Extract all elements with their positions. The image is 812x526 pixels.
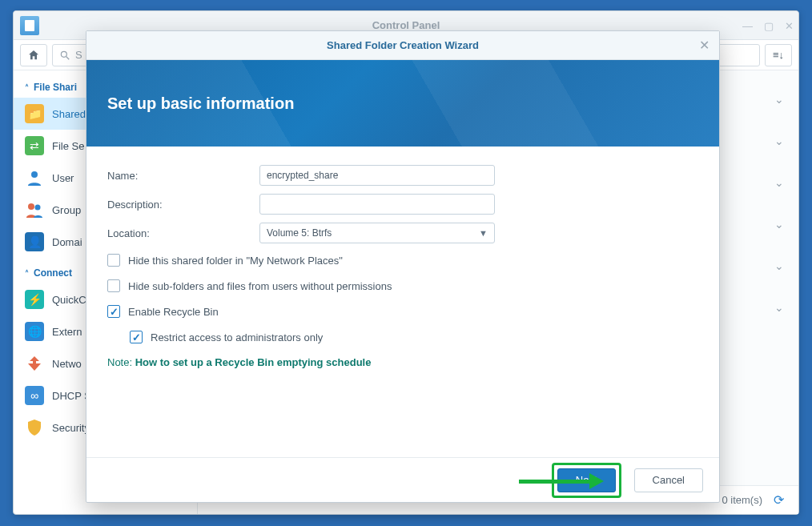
item-count: 0 item(s) [722, 494, 762, 506]
description-label: Description: [107, 199, 259, 211]
hide-subfolders-label: Hide sub-folders and files from users wi… [128, 280, 392, 292]
user-icon [25, 168, 44, 187]
search-icon [59, 50, 70, 61]
name-label: Name: [107, 170, 259, 182]
maximize-icon[interactable]: ▢ [764, 20, 774, 32]
caret-up-icon: ˄ [25, 269, 29, 278]
note-label: Note: [107, 356, 132, 368]
globe-icon: 🌐 [25, 322, 44, 341]
checkbox-row-hide-network: Hide this shared folder in "My Network P… [107, 249, 698, 271]
hide-network-label: Hide this shared folder in "My Network P… [128, 255, 343, 267]
app-icon [20, 16, 39, 35]
dialog-banner: Set up basic information [86, 60, 719, 147]
sidebar-group-label: Connect [34, 267, 72, 279]
refresh-icon[interactable]: ⟳ [774, 492, 784, 508]
checkbox-row-enable-recycle: Enable Recycle Bin [107, 300, 698, 323]
sidebar-item-label: Domai [52, 236, 82, 248]
shared-folder-wizard-dialog: Shared Folder Creation Wizard ✕ Set up b… [86, 30, 720, 503]
restrict-admin-checkbox[interactable] [130, 331, 143, 343]
note-row: Note: How to set up a Recycle Bin emptyi… [107, 356, 698, 368]
form-row-name: Name: [107, 163, 698, 188]
sidebar-item-label: File Se [52, 140, 84, 152]
folder-icon: 📁 [25, 104, 44, 123]
note-link[interactable]: How to set up a Recycle Bin emptying sch… [135, 356, 372, 368]
close-icon[interactable]: ✕ [785, 20, 794, 32]
chevron-down-icon[interactable]: ⌄ [774, 167, 784, 199]
file-services-icon: ⇄ [25, 136, 44, 155]
chevron-down-icon: ▼ [479, 228, 488, 238]
svg-point-4 [35, 205, 41, 211]
checkbox-row-hide-subfolders: Hide sub-folders and files from users wi… [107, 275, 698, 297]
domain-icon: 👤 [25, 232, 44, 251]
description-input[interactable] [259, 194, 495, 215]
quickconnect-icon: ⚡ [25, 290, 44, 309]
search-placeholder: S [75, 49, 82, 61]
sidebar-item-label: Group [52, 204, 81, 216]
window-controls: — ▢ ✕ [742, 11, 794, 40]
window-title: Control Panel [372, 19, 440, 31]
close-icon[interactable]: ✕ [699, 38, 709, 53]
location-label: Location: [107, 227, 259, 239]
dialog-footer: Next Cancel [86, 457, 719, 502]
svg-point-2 [31, 171, 38, 178]
checkbox-row-restrict-admin: Restrict access to administrators only [130, 326, 698, 348]
cancel-button[interactable]: Cancel [634, 468, 703, 492]
sidebar-item-label: Netwo [52, 358, 82, 370]
dialog-titlebar: Shared Folder Creation Wizard ✕ [86, 31, 719, 60]
sidebar-item-label: Extern [52, 326, 82, 338]
annotation-arrow [519, 476, 615, 487]
chevron-down-icon[interactable]: ⌄ [774, 291, 784, 323]
caret-up-icon: ˄ [25, 83, 29, 92]
form-row-description: Description: [107, 191, 698, 217]
hide-network-checkbox[interactable] [107, 254, 120, 267]
svg-point-3 [28, 203, 34, 210]
chevron-down-icon[interactable]: ⌄ [774, 250, 784, 282]
sidebar-item-label: Security [52, 422, 90, 434]
shield-icon [25, 418, 44, 437]
home-button[interactable] [20, 44, 47, 66]
sort-button[interactable]: ≡↓ [765, 44, 792, 66]
enable-recycle-checkbox[interactable] [107, 305, 120, 318]
hide-subfolders-checkbox[interactable] [107, 279, 120, 292]
dialog-heading: Set up basic information [107, 94, 294, 113]
dialog-title: Shared Folder Creation Wizard [327, 39, 479, 51]
dialog-body: Name: Description: Location: Volume 5: B… [86, 147, 719, 457]
network-icon [25, 354, 44, 373]
dhcp-icon: ∞ [25, 386, 44, 405]
minimize-icon[interactable]: — [742, 20, 753, 32]
location-select[interactable]: Volume 5: Btrfs ▼ [259, 223, 495, 243]
group-icon [25, 200, 44, 219]
chevron-down-icon[interactable]: ⌄ [774, 83, 784, 115]
restrict-admin-label: Restrict access to administrators only [151, 331, 323, 343]
chevron-down-icon[interactable]: ⌄ [774, 208, 784, 240]
home-icon [27, 49, 40, 62]
chevron-down-icon[interactable]: ⌄ [774, 125, 784, 157]
sidebar-item-label: User [52, 172, 74, 184]
form-row-location: Location: Volume 5: Btrfs ▼ [107, 220, 698, 246]
svg-point-0 [61, 51, 66, 57]
sidebar-group-label: File Shari [34, 82, 77, 93]
enable-recycle-label: Enable Recycle Bin [128, 306, 219, 318]
sidebar-item-label: Shared [52, 108, 86, 120]
name-input[interactable] [259, 165, 495, 186]
svg-line-1 [66, 56, 70, 59]
location-value: Volume 5: Btrfs [267, 227, 332, 239]
